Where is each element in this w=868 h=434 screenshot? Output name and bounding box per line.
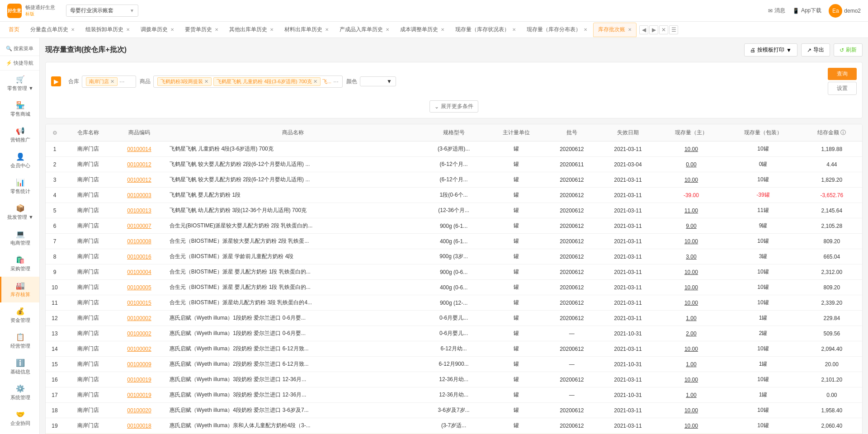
tab-other-out[interactable]: 其他出库单历史 ✕	[224, 23, 278, 37]
td-qty-main[interactable]: 10.00	[658, 372, 725, 387]
close-icon[interactable]: ✕	[204, 79, 208, 85]
td-code[interactable]: 00100007	[113, 218, 165, 234]
td-code[interactable]: 00100019	[113, 387, 165, 403]
td-qty-main[interactable]: 10.00	[658, 295, 725, 311]
settings-icon[interactable]: ⚙	[51, 129, 58, 137]
sidebar-item-retail-stats[interactable]: 📊 零售统计	[0, 174, 39, 199]
td-code[interactable]: 00100019	[113, 372, 165, 387]
user-menu[interactable]: Ea demo2	[829, 4, 861, 18]
td-qty-main[interactable]: 10.00	[658, 142, 725, 157]
td-code[interactable]: 00100016	[113, 249, 165, 264]
td-code[interactable]: 00100005	[113, 280, 165, 295]
td-code[interactable]: 00100012	[113, 172, 165, 188]
tab-requisition[interactable]: 要货单历史 ✕	[180, 23, 223, 37]
td-qty-main[interactable]: -39.00	[658, 188, 725, 203]
refresh-button[interactable]: ↺ 刷新	[834, 43, 863, 57]
app-download-btn[interactable]: 📱 App下载	[793, 7, 821, 14]
td-qty-main[interactable]: 1.00	[658, 311, 725, 326]
color-tag-container[interactable]: ▼	[360, 76, 396, 86]
tab-batch-ledger[interactable]: 库存批次账 ✕	[593, 23, 637, 37]
tab-next-btn[interactable]: ▶	[649, 25, 658, 34]
tab-product-in[interactable]: 产成品入库单历史 ✕	[335, 23, 394, 37]
sidebar-item-purchase[interactable]: 🛍️ 采购管理	[0, 251, 39, 277]
sidebar-item-sys-mgmt[interactable]: ⚙️ 系统管理	[0, 380, 39, 406]
close-icon[interactable]: ✕	[71, 27, 75, 32]
close-icon[interactable]: ✕	[386, 27, 389, 32]
tab-home[interactable]: 首页	[4, 23, 24, 37]
sidebar-item-wholesale[interactable]: 📦 批发管理 ▼	[0, 199, 39, 225]
td-qty-main[interactable]: 11.00	[658, 203, 725, 218]
td-qty-main[interactable]: 2.00	[658, 326, 725, 341]
td-code[interactable]: 00100002	[113, 341, 165, 357]
td-qty-main[interactable]: 10.00	[658, 264, 725, 280]
more-dots[interactable]: ···	[119, 78, 125, 85]
tab-stock-status[interactable]: 现存量（库存状况表） ✕	[450, 23, 521, 37]
tab-mix-pick[interactable]: 调拨单历史 ✕	[136, 23, 179, 37]
sidebar-item-ops[interactable]: 📋 经营管理	[0, 328, 39, 354]
td-code[interactable]: 00100002	[113, 311, 165, 326]
sidebar-item-basic-info[interactable]: ℹ️ 基础信息	[0, 354, 39, 380]
td-qty-main[interactable]: 0.00	[658, 157, 725, 172]
td-code[interactable]: 00100003	[113, 188, 165, 203]
td-code[interactable]: 00100018	[113, 418, 165, 434]
td-qty-main[interactable]: 3.00	[658, 249, 725, 264]
close-icon[interactable]: ✕	[628, 27, 632, 32]
td-code[interactable]: 00100015	[113, 295, 165, 311]
warehouse-tag-nanan[interactable]: 南岸门店 ✕	[86, 77, 118, 86]
sidebar-item-collab[interactable]: 🤝 企业协同	[0, 406, 39, 431]
tab-prev-btn[interactable]: ◀	[639, 25, 648, 34]
sidebar-item-finance[interactable]: 💰 资金管理	[0, 302, 39, 328]
sidebar-item-quick-nav[interactable]: ⚡ 快捷导航	[0, 56, 39, 71]
td-qty-main[interactable]: 9.00	[658, 218, 725, 234]
close-icon[interactable]: ✕	[512, 27, 516, 32]
tab-cost-adjust[interactable]: 成本调整单历史 ✕	[395, 23, 449, 37]
td-code[interactable]: 00100002	[113, 326, 165, 341]
close-icon[interactable]: ✕	[325, 27, 329, 32]
td-qty-main[interactable]: 10.00	[658, 172, 725, 188]
product-tag-1[interactable]: 飞鹤奶粉3段两提装 ✕	[157, 77, 212, 86]
td-code[interactable]: 00100020	[113, 403, 165, 418]
td-qty-main[interactable]: 10.00	[658, 341, 725, 357]
sidebar-item-retail-mall[interactable]: 🏪 零售商城	[0, 96, 39, 122]
td-qty-main[interactable]: 10.00	[658, 280, 725, 295]
tab-stock-dist[interactable]: 现存量（库存分布表） ✕	[522, 23, 592, 37]
export-button[interactable]: ↗ 导出	[801, 43, 830, 57]
td-code[interactable]: 00100008	[113, 234, 165, 249]
td-code[interactable]: 00100014	[113, 142, 165, 157]
tab-material-out[interactable]: 材料出库单历史 ✕	[279, 23, 334, 37]
close-icon[interactable]: ✕	[313, 79, 317, 85]
toggle-expand-btn[interactable]: ▶	[51, 76, 61, 86]
close-icon[interactable]: ✕	[441, 27, 444, 32]
td-code[interactable]: 00100004	[113, 264, 165, 280]
query-button[interactable]: 查询	[828, 68, 857, 80]
tab-close-btn[interactable]: ✕	[659, 25, 668, 34]
close-icon[interactable]: ✕	[170, 27, 174, 32]
sidebar-item-retail-mgmt[interactable]: 🛒 零售管理 ▼	[0, 71, 39, 96]
sidebar-item-ecommerce[interactable]: 💻 电商管理	[0, 225, 39, 251]
td-qty-main[interactable]: 10.00	[658, 418, 725, 434]
expand-filter-button[interactable]: ⌄ 展开更多条件	[429, 100, 478, 113]
td-code[interactable]: 00100012	[113, 157, 165, 172]
td-qty-main[interactable]: 10.00	[658, 403, 725, 418]
close-icon[interactable]: ✕	[270, 27, 274, 32]
print-button[interactable]: 🖨 按模板打印 ▼	[744, 43, 797, 57]
tab-split-stock[interactable]: 分量盘点单历史 ✕	[25, 23, 80, 37]
sidebar-item-inventory[interactable]: 🏭 库存核算	[0, 277, 39, 302]
tab-disassemble[interactable]: 组装拆卸单历史 ✕	[80, 23, 135, 37]
tab-menu-btn[interactable]: ☰	[669, 25, 678, 34]
sidebar-item-new-guide[interactable]: 🎯 新手引导	[0, 431, 39, 434]
close-icon[interactable]: ✕	[584, 27, 587, 32]
product-tag-2[interactable]: 飞鹤星飞帆 儿童奶粉 4段(3-6岁适用) 700克 ✕	[213, 77, 321, 86]
close-icon[interactable]: ✕	[126, 27, 130, 32]
company-selector[interactable]: 母婴行业演示账套 ▼	[66, 5, 138, 17]
td-qty-main[interactable]: 1.00	[658, 357, 725, 372]
close-icon[interactable]: ✕	[110, 79, 114, 85]
td-qty-main[interactable]: 1.00	[658, 387, 725, 403]
sidebar-item-marketing[interactable]: 📢 营销推广	[0, 122, 39, 148]
close-icon[interactable]: ✕	[215, 27, 218, 32]
td-code[interactable]: 00100009	[113, 357, 165, 372]
message-btn[interactable]: ✉ 消息	[768, 7, 785, 14]
warehouse-tag-container[interactable]: 南岸门店 ✕ ···	[82, 75, 136, 88]
product-tag-container[interactable]: 飞鹤奶粉3段两提装 ✕ 飞鹤星飞帆 儿童奶粉 4段(3-6岁适用) 700克 ✕…	[153, 75, 343, 88]
td-code[interactable]: 00100013	[113, 203, 165, 218]
